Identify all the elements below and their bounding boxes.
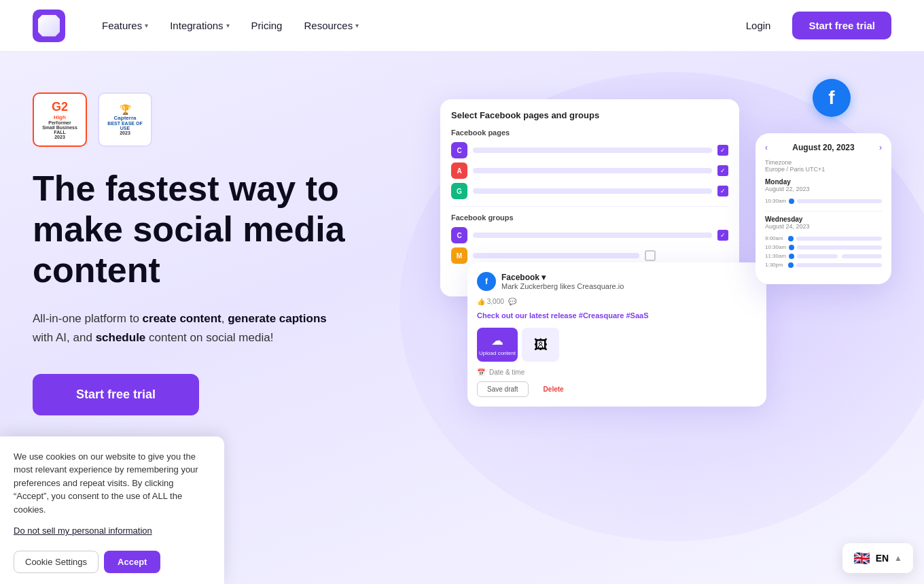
composer-avatar: f xyxy=(477,272,496,291)
time-1030: 10:30am xyxy=(765,244,786,250)
g2-title: High xyxy=(54,114,66,120)
hero-mockup: f Select Facebook pages and groups Faceb… xyxy=(427,92,891,473)
page-row-2: A ✓ xyxy=(451,162,728,179)
entry-bar-2 xyxy=(796,237,882,241)
upload-icon: ☁ xyxy=(491,333,503,348)
g2-badge: G2 High Performer Small Business FALL 20… xyxy=(33,92,87,147)
g2-icon: G2 xyxy=(52,100,68,114)
composer-card: f Facebook ▾ Mark Zuckerberg likes Creas… xyxy=(467,262,766,407)
composer-page-name: Facebook ▾ xyxy=(501,273,624,282)
monday-section: Monday August 22, 2023 10:30am xyxy=(765,178,882,205)
nav-trial-button[interactable]: Start free trial xyxy=(792,12,891,39)
language-chevron-icon: ▲ xyxy=(894,553,902,563)
group-name-2 xyxy=(473,253,639,258)
wednesday-section: Wednesday August 24, 2023 9:00am 10:30am… xyxy=(765,216,882,269)
select-pages-title: Select Facebook pages and groups xyxy=(451,110,728,120)
nav-links: Features ▾ Integrations ▾ Pricing Resour… xyxy=(92,14,368,37)
flag-icon: 🇬🇧 xyxy=(853,550,870,566)
fb-dot-2 xyxy=(788,236,794,241)
entry-bar-4b xyxy=(842,254,882,258)
logo-icon xyxy=(38,15,60,37)
hero-headline: The fastest way to make social media con… xyxy=(33,169,427,290)
nav-integrations[interactable]: Integrations ▾ xyxy=(160,14,238,37)
cal-entry-900am: 9:00am xyxy=(765,234,882,243)
nav-resources[interactable]: Resources ▾ xyxy=(294,14,368,37)
page-name-3 xyxy=(473,188,712,194)
capterra-label: Capterra xyxy=(114,115,137,121)
cal-month: August 20, 2023 xyxy=(792,143,854,152)
cal-prev-button[interactable]: ‹ xyxy=(765,143,768,152)
entry-bar-3 xyxy=(797,245,882,250)
resources-chevron-icon: ▾ xyxy=(355,22,359,29)
navbar: Features ▾ Integrations ▾ Pricing Resour… xyxy=(0,0,924,52)
cal-entry-130pm: 1:30pm xyxy=(765,260,882,269)
calendar-icon: 📅 xyxy=(477,368,485,376)
hero-subline: All-in-one platform to create content, g… xyxy=(33,309,427,346)
time-label: 10:30am xyxy=(765,198,786,204)
nav-right: Login Start free trial xyxy=(735,12,891,39)
reaction-row: 👍 3,000 💬 xyxy=(477,298,757,305)
cookie-privacy-link[interactable]: Do not sell my personal information xyxy=(14,526,152,536)
fb-dot-3 xyxy=(789,245,794,250)
calendar-header: ‹ August 20, 2023 › xyxy=(765,143,882,152)
language-selector[interactable]: 🇬🇧 EN ▲ xyxy=(842,543,913,573)
composer-text: Check out our latest release #Creasquare… xyxy=(477,311,757,321)
page-check-2[interactable]: ✓ xyxy=(717,165,728,176)
group-row-1: C ✓ xyxy=(451,227,728,243)
composer-account: Mark Zuckerberg likes Creasquare.io xyxy=(501,282,624,290)
cookie-text: We use cookies on our website to give yo… xyxy=(14,450,211,517)
group-avatar-1: C xyxy=(451,227,467,243)
cal-next-button[interactable]: › xyxy=(879,143,882,152)
media-thumbnail: 🖼 xyxy=(522,328,559,362)
page-row-1: C ✓ xyxy=(451,142,728,158)
page-avatar-3: G xyxy=(451,183,467,199)
delete-button[interactable]: Delete xyxy=(534,381,573,397)
nav-left: Features ▾ Integrations ▾ Pricing Resour… xyxy=(33,10,368,42)
login-button[interactable]: Login xyxy=(735,14,782,37)
hero-cta-button[interactable]: Start free trial xyxy=(33,374,199,415)
cal-entry-1030am-2: 10:30am xyxy=(765,243,882,252)
group-name-1 xyxy=(473,233,712,238)
page-avatar-1: C xyxy=(451,142,467,158)
page-name-2 xyxy=(473,168,712,173)
group-avatar-2: M xyxy=(451,247,467,264)
group-row-2: M xyxy=(451,247,728,264)
cookie-buttons: Cookie Settings Accept xyxy=(14,551,211,573)
logo[interactable] xyxy=(33,10,65,42)
cookie-settings-button[interactable]: Cookie Settings xyxy=(14,551,99,573)
mobile-calendar-card: ‹ August 20, 2023 › Timezone Europe / Pa… xyxy=(756,133,891,284)
cookie-banner: We use cookies on our website to give yo… xyxy=(0,436,224,585)
integrations-chevron-icon: ▾ xyxy=(226,22,230,29)
composer-actions: Save draft Delete xyxy=(477,381,757,397)
upload-button[interactable]: ☁ Upload content xyxy=(477,328,518,362)
entry-bar-4 xyxy=(797,254,837,258)
group-check-2[interactable] xyxy=(645,250,656,261)
nav-pricing[interactable]: Pricing xyxy=(242,14,292,37)
wednesday-date: August 24, 2023 xyxy=(765,223,823,230)
cal-divider xyxy=(765,211,882,211)
capterra-icon: 🏆 xyxy=(120,104,131,115)
badge-row: G2 High Performer Small Business FALL 20… xyxy=(33,92,427,147)
page-check-1[interactable]: ✓ xyxy=(717,145,728,156)
time-900: 9:00am xyxy=(765,235,785,241)
monday-date: August 22, 2023 xyxy=(765,186,823,192)
draft-button[interactable]: Save draft xyxy=(477,381,529,397)
monday-label: Monday xyxy=(765,178,823,186)
entry-bar xyxy=(797,199,882,203)
entry-bar-5 xyxy=(796,263,882,267)
page-check-3[interactable]: ✓ xyxy=(717,186,728,196)
page-name-1 xyxy=(473,148,712,153)
cal-entry-1130am: 11:30am xyxy=(765,252,882,260)
fb-dot-4 xyxy=(789,254,794,259)
page-row-3: G ✓ xyxy=(451,183,728,199)
nav-features[interactable]: Features ▾ xyxy=(92,14,158,37)
composer-media: ☁ Upload content 🖼 xyxy=(477,328,757,362)
cookie-accept-button[interactable]: Accept xyxy=(104,551,160,573)
cal-entry-1030am: 10:30am xyxy=(765,196,882,205)
group-check-1[interactable]: ✓ xyxy=(717,230,728,241)
facebook-icon: f xyxy=(813,79,851,117)
page-avatar-2: A xyxy=(451,162,467,179)
capterra-badge: 🏆 Capterra BEST EASE OF USE 2023 xyxy=(98,92,152,147)
time-1130: 11:30am xyxy=(765,253,786,259)
timezone-row: Timezone Europe / Paris UTC+1 xyxy=(765,159,882,173)
